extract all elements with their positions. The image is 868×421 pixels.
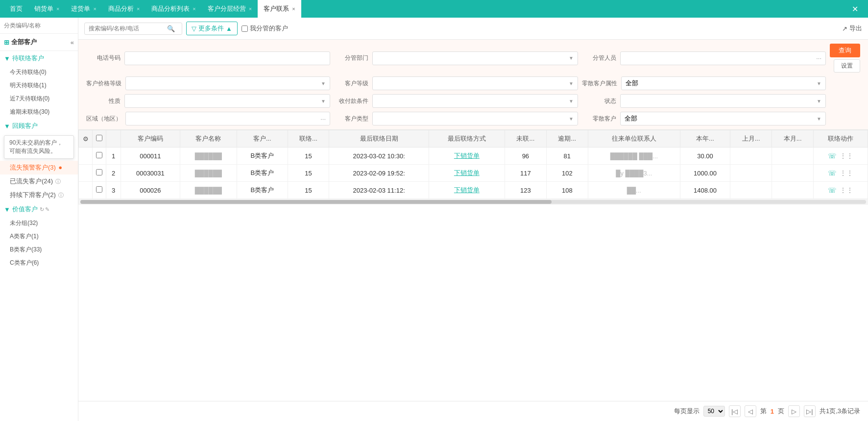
last-page-button[interactable]: ▷| bbox=[804, 405, 816, 417]
sidebar-section-value[interactable]: ▼ 价值客户 ↻ ✎ bbox=[0, 202, 78, 217]
my-customers-checkbox-label[interactable]: 我分管的客户 bbox=[241, 24, 288, 33]
sidebar-item-today[interactable]: 今天待联络(0) bbox=[0, 66, 78, 79]
action-icons: ☏ ⋮⋮ bbox=[817, 152, 865, 160]
nav-tab-customer-tier[interactable]: 客户分层经营 × bbox=[202, 0, 258, 18]
sidebar-item-tomorrow[interactable]: 明天待联络(1) bbox=[0, 79, 78, 92]
row-checkbox[interactable] bbox=[96, 169, 102, 175]
first-page-button[interactable]: |◁ bbox=[729, 405, 741, 417]
refresh-icon[interactable]: ↻ bbox=[40, 206, 44, 213]
next-page-button[interactable]: ▷ bbox=[788, 405, 800, 417]
close-tab-purchase-icon[interactable]: × bbox=[93, 6, 96, 12]
th-contact-person[interactable]: 往来单位联系人 bbox=[588, 130, 680, 148]
export-button[interactable]: ↗ 导出 bbox=[842, 24, 862, 33]
toolbar-search-icon[interactable]: 🔍 bbox=[167, 25, 175, 32]
th-overdue[interactable]: 逾期... bbox=[546, 130, 588, 148]
filter-nature-select[interactable]: ▼ bbox=[124, 94, 330, 108]
sidebar-section-review[interactable]: ▼ 回顾客户 bbox=[0, 119, 78, 133]
more-action-icon[interactable]: ⋮⋮ bbox=[840, 186, 853, 194]
per-page-label: 每页显示 bbox=[674, 407, 699, 416]
th-name[interactable]: 客户名称 bbox=[180, 130, 237, 148]
cell-last-method[interactable]: 下销货单 bbox=[429, 165, 505, 182]
filter-dept-select[interactable]: ▼ bbox=[372, 51, 578, 65]
th-current-year[interactable]: 本年... bbox=[680, 130, 730, 148]
settings-button[interactable]: 设置 bbox=[834, 59, 860, 73]
th-no-contact[interactable]: 未联... bbox=[505, 130, 546, 148]
more-options-icon-2[interactable]: ··· bbox=[320, 115, 326, 123]
th-code[interactable]: 客户编码 bbox=[121, 130, 180, 148]
sidebar-item-overdue[interactable]: 逾期未联络(30) bbox=[0, 105, 78, 119]
filter-payment-select[interactable]: ▼ bbox=[372, 94, 578, 108]
filter-phone-input[interactable] bbox=[124, 51, 330, 65]
filter-person-input[interactable]: ··· bbox=[620, 51, 826, 65]
filter-retail-attr-select[interactable]: 全部 ▼ bbox=[621, 76, 826, 90]
sidebar-search-input[interactable] bbox=[4, 22, 77, 29]
contact-action-icon[interactable]: ☏ bbox=[828, 152, 837, 160]
sidebar-all-customers[interactable]: ⊞ 全部客户 « bbox=[0, 34, 78, 51]
cell-overdue: 81 bbox=[546, 148, 588, 165]
th-last-date[interactable]: 最后联络日期 bbox=[329, 130, 429, 148]
th-last-method[interactable]: 最后联络方式 bbox=[429, 130, 505, 148]
more-action-icon[interactable]: ⋮⋮ bbox=[840, 152, 853, 160]
th-last-month[interactable]: 上月... bbox=[730, 130, 772, 148]
phone-input-field[interactable] bbox=[129, 55, 326, 62]
filter-customer-type-select[interactable]: ▼ bbox=[372, 112, 578, 125]
current-page-number: 1 bbox=[771, 408, 774, 415]
more-options-icon[interactable]: ··· bbox=[816, 54, 821, 62]
close-tab-customer-tier-icon[interactable]: × bbox=[249, 6, 252, 12]
contact-action-icon[interactable]: ☏ bbox=[828, 186, 837, 194]
my-customers-checkbox[interactable] bbox=[241, 25, 248, 32]
window-close-button[interactable]: ✕ bbox=[846, 4, 864, 14]
close-tab-analysis-list-icon[interactable]: × bbox=[193, 6, 195, 12]
th-settings[interactable]: ⚙ bbox=[79, 130, 93, 148]
sidebar-section-pending[interactable]: ▼ 待联络客户 bbox=[0, 51, 78, 66]
cell-last-method[interactable]: 下销货单 bbox=[429, 182, 505, 199]
cell-checkbox[interactable] bbox=[93, 182, 106, 199]
sidebar-item-churned[interactable]: 已流失客户(24) ⓘ bbox=[0, 174, 78, 188]
contact-action-icon[interactable]: ☏ bbox=[828, 169, 837, 177]
main-layout: 🔍 ⊞ 全部客户 « ▼ 待联络客户 今天待联络(0) 明天待联络(1) 近7天… bbox=[0, 18, 868, 421]
filter-price-tier-select[interactable]: ▼ bbox=[125, 76, 330, 90]
sidebar-item-declining[interactable]: 持续下滑客户(2) ⓘ bbox=[0, 188, 78, 202]
sidebar-item-ungrouped[interactable]: 未分组(32) bbox=[0, 217, 78, 230]
sidebar-item-churn-warning[interactable]: 流失预警客户(3) ● bbox=[0, 161, 78, 174]
nav-tab-analysis[interactable]: 商品分析 × bbox=[102, 0, 145, 18]
sidebar-item-b-class[interactable]: B类客户(33) bbox=[0, 243, 78, 256]
row-checkbox[interactable] bbox=[96, 186, 102, 193]
th-type[interactable]: 客户... bbox=[237, 130, 288, 148]
sidebar-item-a-class[interactable]: A类客户(1) bbox=[0, 230, 78, 243]
filter-retail-customer-select[interactable]: 全部 ▼ bbox=[620, 112, 826, 125]
th-checkbox[interactable] bbox=[93, 130, 106, 148]
filter-region-input[interactable]: ··· bbox=[125, 112, 330, 125]
close-tab-sales-icon[interactable]: × bbox=[56, 6, 59, 12]
query-button[interactable]: 查询 bbox=[830, 44, 860, 57]
filter-status-select[interactable]: ▼ bbox=[620, 94, 826, 108]
nav-home[interactable]: 首页 bbox=[4, 0, 28, 18]
more-filters-button[interactable]: ▽ 更多条件 ▲ bbox=[186, 22, 238, 35]
toolbar-search-input[interactable] bbox=[89, 25, 167, 32]
row-checkbox[interactable] bbox=[96, 152, 102, 158]
close-tab-analysis-icon[interactable]: × bbox=[137, 6, 140, 12]
sidebar-item-7days[interactable]: 近7天待联络(0) bbox=[0, 92, 78, 105]
sidebar-collapse-icon[interactable]: « bbox=[71, 39, 74, 46]
nav-tab-customer-contact[interactable]: 客户联系 × bbox=[258, 0, 301, 18]
th-current-month[interactable]: 本月... bbox=[772, 130, 814, 148]
cell-contact-person: ██████ ███... bbox=[588, 148, 680, 165]
cell-last-method[interactable]: 下销货单 bbox=[429, 148, 505, 165]
th-contacts[interactable]: 联络... bbox=[288, 130, 329, 148]
select-all-checkbox[interactable] bbox=[96, 135, 102, 141]
more-action-icon[interactable]: ⋮⋮ bbox=[840, 169, 853, 177]
filter-customer-tier-select[interactable]: ▼ bbox=[372, 76, 578, 90]
top-nav: 首页 销货单 × 进货单 × 商品分析 × 商品分析列表 × 客户分层经营 × … bbox=[0, 0, 868, 18]
prev-page-button[interactable]: ◁ bbox=[745, 405, 756, 417]
close-tab-customer-contact-icon[interactable]: × bbox=[292, 6, 295, 12]
horizontal-scrollbar[interactable] bbox=[78, 199, 868, 205]
cell-checkbox[interactable] bbox=[93, 165, 106, 182]
cell-checkbox[interactable] bbox=[93, 148, 106, 165]
nav-tab-sales[interactable]: 销货单 × bbox=[28, 0, 65, 18]
per-page-select[interactable]: 50 bbox=[703, 406, 725, 417]
nav-tab-analysis-list[interactable]: 商品分析列表 × bbox=[145, 0, 201, 18]
sidebar-item-c-class[interactable]: C类客户(6) bbox=[0, 256, 78, 270]
edit-icon[interactable]: ✎ bbox=[45, 206, 49, 213]
scrollbar-thumb[interactable] bbox=[80, 200, 552, 204]
nav-tab-purchase[interactable]: 进货单 × bbox=[65, 0, 102, 18]
